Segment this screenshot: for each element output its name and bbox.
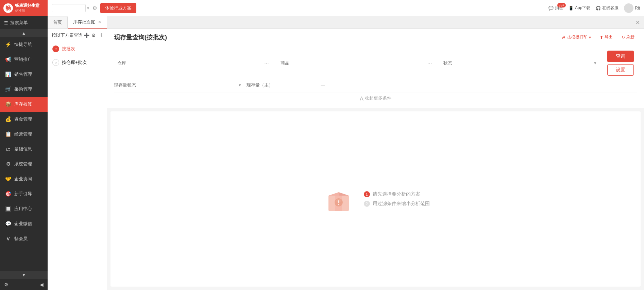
sidebar-item-finance[interactable]: 💰 资金管理 — [0, 112, 48, 127]
empty-tips: 1 请先选择要分析的方案 2 用过滤条件来缩小分析范围 — [364, 191, 430, 207]
print-icon: 🖨 — [562, 35, 566, 40]
page-title-bar: 现存量查询(按批次) 🖨 按模板打印 ▾ ⬆ 导出 ↻ 刷新 — [107, 29, 644, 45]
sidebar-item-label: 基础信息 — [14, 146, 32, 152]
export-icon: ⬆ — [600, 35, 603, 40]
warehouse-filter-input[interactable] — [130, 59, 261, 67]
close-all-tabs-button[interactable]: ✕ — [631, 19, 644, 26]
warehouse-dots[interactable]: ··· — [263, 60, 270, 66]
industry-solution-button[interactable]: 体验行业方案 — [100, 3, 136, 13]
inventory-status-arrow-icon: ▾ — [239, 83, 241, 88]
system-icon: ⚙ — [5, 161, 12, 167]
topbar-actions: 💬 消息 99+ 📱 App下载 🎧 在线客服 Rit — [548, 3, 640, 13]
collapse-more-button[interactable]: ⋀ 收起更多条件 — [114, 92, 637, 104]
sidebar-collapse-button[interactable]: ◀ — [40, 282, 44, 287]
export-button[interactable]: ⬆ 导出 — [597, 33, 615, 41]
svg-marker-1 — [328, 192, 339, 196]
sidebar-item-purchase[interactable]: 🛒 采购管理 — [0, 82, 48, 97]
sidebar-item-label: 企业微信 — [14, 221, 32, 227]
scheme-batch-label: 按批次 — [62, 46, 75, 52]
scheme-warehouse-icon: ○ — [52, 59, 59, 66]
main-area: ▾ ⚙ 体验行业方案 💬 消息 99+ 📱 App下载 🎧 在线客服 Rit — [48, 0, 644, 290]
sales-icon: 📊 — [5, 71, 12, 78]
marketing-icon: 📢 — [5, 56, 12, 63]
sidebar-item-inventory[interactable]: 📦 库存核算 — [0, 97, 48, 112]
inventory-qty-dash: — — [318, 83, 328, 88]
print-arrow-icon: ▾ — [589, 35, 591, 40]
sidebar-item-basic[interactable]: 🗂 基础信息 — [0, 142, 48, 157]
online-service-button[interactable]: 🎧 在线客服 — [596, 5, 618, 11]
messages-button[interactable]: 💬 消息 99+ — [548, 5, 563, 11]
purchase-icon: 🛒 — [5, 86, 12, 93]
scheme-item-warehouse-batch[interactable]: ○ 按仓库+批次 — [48, 56, 107, 69]
refresh-icon: ↻ — [622, 35, 625, 40]
sidebar-settings-button[interactable]: ⚙ — [4, 282, 9, 287]
collapse-up-icon: ⋀ — [360, 96, 363, 101]
content-area: 按以下方案查询 ➕ ⚙ 《 ⊙ 按批次 ○ 按仓库+批次 现存量查询(按批次) — [48, 29, 644, 290]
inventory-status-select[interactable]: ▾ — [138, 81, 243, 89]
member-icon: V — [5, 235, 12, 242]
sidebar-scroll-up[interactable]: ▲ — [0, 30, 48, 37]
topbar-gear-icon[interactable]: ⚙ — [92, 5, 97, 11]
sidebar-item-label: 系统管理 — [14, 161, 32, 167]
sidebar-item-member[interactable]: V 畅会员 — [0, 231, 48, 246]
sidebar-item-wechat[interactable]: 💬 企业微信 — [0, 216, 48, 231]
svg-rect-7 — [338, 200, 339, 203]
inventory-qty-min-input[interactable] — [275, 81, 316, 89]
sidebar-item-label: 经营管理 — [14, 131, 32, 137]
collapse-panel-button[interactable]: 《 — [98, 32, 103, 38]
tab-inventory-batch[interactable]: 库存批次账 ✕ — [68, 16, 107, 29]
app-download-icon: 📱 — [569, 6, 574, 11]
sidebar-item-enterprise[interactable]: 🤝 企业协同 — [0, 171, 48, 186]
sidebar-item-label: 企业协同 — [14, 176, 32, 182]
query-button[interactable]: 查询 — [607, 51, 634, 62]
basic-icon: 🗂 — [5, 146, 12, 152]
tip-2-text: 用过滤条件来缩小分析范围 — [373, 201, 430, 207]
empty-tip-1: 1 请先选择要分析的方案 — [364, 191, 430, 197]
inventory-qty-label: 现存量（主） — [247, 82, 273, 88]
filter-area: 仓库 ··· 商品 ··· 状态 ▾ — [107, 45, 644, 108]
sidebar-title-block: 畅康通好生意 标准版 — [15, 3, 39, 13]
user-avatar[interactable]: Rit — [624, 3, 640, 13]
sidebar-item-label: 销售管理 — [14, 71, 32, 77]
scheme-item-batch[interactable]: ⊙ 按批次 — [48, 42, 107, 56]
filter-settings-button[interactable]: 设置 — [607, 64, 634, 76]
quicknav-icon: ⚡ — [5, 41, 12, 48]
empty-box-icon — [322, 184, 356, 214]
status-filter-select[interactable]: ▾ — [456, 60, 596, 66]
status-select-arrow-icon: ▾ — [594, 60, 596, 66]
tip-1-number: 1 — [364, 191, 370, 197]
search-menu-icon: ☰ — [4, 20, 8, 25]
sidebar-item-quicknav[interactable]: ⚡ 快捷导航 — [0, 37, 48, 52]
topbar: ▾ ⚙ 体验行业方案 💬 消息 99+ 📱 App下载 🎧 在线客服 Rit — [48, 0, 644, 16]
add-scheme-button[interactable]: ➕ — [84, 33, 89, 38]
inventory-qty-max-input[interactable] — [330, 81, 371, 89]
tab-close-icon[interactable]: ✕ — [98, 20, 101, 24]
app-download-button[interactable]: 📱 App下载 — [569, 5, 590, 11]
sidebar-item-operation[interactable]: 📋 经营管理 — [0, 127, 48, 142]
operation-icon: 📋 — [5, 131, 12, 138]
topbar-chevron-icon[interactable]: ▾ — [87, 6, 89, 11]
tab-home[interactable]: 首页 — [48, 17, 68, 28]
username-label: Rit — [635, 6, 640, 11]
sidebar-item-apps[interactable]: 🔲 应用中心 — [0, 201, 48, 216]
topbar-search-input[interactable] — [52, 4, 86, 12]
messages-badge: 99+ — [557, 3, 566, 7]
refresh-button[interactable]: ↻ 刷新 — [619, 33, 637, 41]
sidebar-item-label: 新手引导 — [14, 191, 32, 197]
product-dots[interactable]: ··· — [426, 60, 433, 66]
left-panel-header: 按以下方案查询 ➕ ⚙ 《 — [48, 29, 107, 42]
sidebar-item-newbie[interactable]: 🎯 新手引导 — [0, 186, 48, 201]
sidebar-item-label: 库存核算 — [14, 101, 32, 107]
sidebar-scroll-down[interactable]: ▼ — [0, 271, 48, 279]
print-template-button[interactable]: 🖨 按模板打印 ▾ — [559, 33, 594, 41]
product-filter-input[interactable] — [293, 59, 424, 67]
sidebar-item-label: 应用中心 — [14, 206, 32, 212]
scheme-settings-button[interactable]: ⚙ — [91, 33, 96, 38]
finance-icon: 💰 — [5, 116, 12, 123]
sidebar-item-sales[interactable]: 📊 销售管理 — [0, 67, 48, 82]
sidebar-item-system[interactable]: ⚙ 系统管理 — [0, 157, 48, 171]
page-title: 现存量查询(按批次) — [114, 33, 167, 41]
sidebar-item-marketing[interactable]: 📢 营销推广 — [0, 52, 48, 67]
sidebar-item-label: 营销推广 — [14, 56, 32, 62]
sidebar-search-menu[interactable]: ☰ 搜索菜单 — [0, 16, 48, 30]
